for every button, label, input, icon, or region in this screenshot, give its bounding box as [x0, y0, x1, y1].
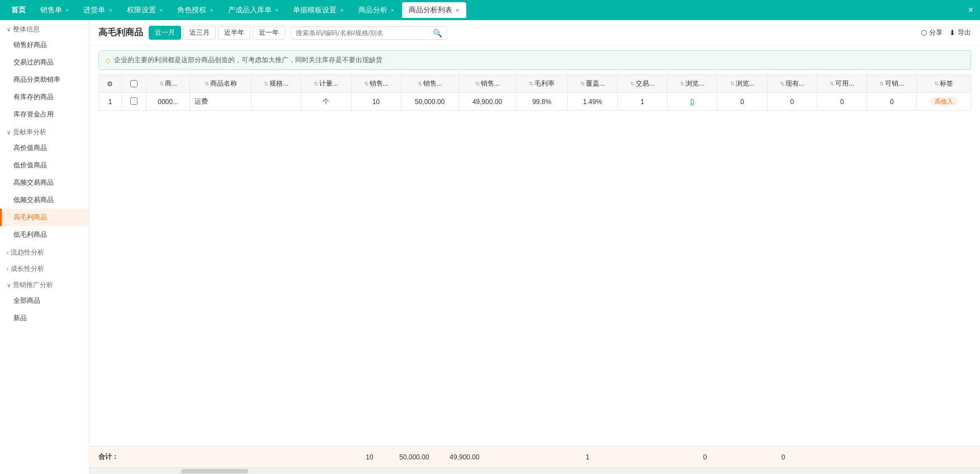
sidebar-item-stock-capital[interactable]: 库存资金占用: [0, 106, 89, 123]
sidebar-item-high-freq[interactable]: 高频交易商品: [0, 174, 89, 191]
col-label-unit: 计量...: [319, 79, 338, 88]
sidebar-item-all-products[interactable]: 全部商品: [0, 292, 89, 309]
date-filter-group: 近一月近三月近半年近一年: [149, 26, 285, 40]
sidebar-item-low-freq[interactable]: 低频交易商品: [0, 191, 89, 209]
sidebar-item-high-value[interactable]: 高价值商品: [0, 139, 89, 157]
content-area: 高毛利商品 近一月近三月近半年近一年 🔍 ⬡ 分享 ⬇ 导出 ◇ 企业的主要的利…: [89, 20, 980, 474]
view-link[interactable]: 0: [690, 98, 694, 106]
nav-tab-close[interactable]: ×: [391, 7, 394, 13]
cell-spec: [252, 93, 301, 111]
nav-tab-product-analysis[interactable]: 商品分析×: [352, 2, 401, 18]
sidebar-item-traded[interactable]: 交易过的商品: [0, 54, 89, 71]
nav-tab-close[interactable]: ×: [210, 7, 213, 13]
nav-tab-role-permission[interactable]: 角色授权×: [171, 2, 220, 18]
col-header-sale-amt[interactable]: ⇅ 销售...: [401, 75, 458, 93]
nav-tab-product-entry[interactable]: 产成品入库单×: [221, 2, 285, 18]
share-button[interactable]: ⬡ 分享: [921, 28, 943, 37]
sidebar-group-label: 成长性分析: [11, 264, 44, 274]
col-header-view1[interactable]: ⇅ 浏览...: [667, 75, 717, 93]
data-table-container: ⚙⇅ 商...⇅ 商品名称⇅ 规格...⇅ 计量...⇅ 销售...⇅ 销售..…: [89, 74, 980, 446]
info-icon: ◇: [106, 57, 111, 64]
date-filter-btn-0[interactable]: 近一月: [149, 26, 181, 40]
sidebar: « ∨整体信息销售好商品交易过的商品商品分类助销率有库存的商品库存资金占用∨贡献…: [0, 20, 89, 474]
col-header-tag[interactable]: ⇅ 标签: [917, 75, 971, 93]
col-header-view2[interactable]: ⇅ 浏览...: [717, 75, 767, 93]
col-header-check[interactable]: [121, 75, 146, 93]
nav-tab-close[interactable]: ×: [65, 7, 69, 13]
sort-icon: ⇅: [879, 81, 884, 87]
nav-tab-permission-settings[interactable]: 权限设置×: [120, 2, 169, 18]
search-input[interactable]: [296, 29, 430, 37]
nav-tab-close[interactable]: ×: [340, 7, 343, 13]
settings-icon[interactable]: ⚙: [107, 80, 113, 88]
arrow-icon: ∨: [7, 26, 11, 32]
sort-icon: ⇅: [780, 81, 784, 87]
footer-sale-amt: 50,000.00: [389, 453, 439, 461]
col-label-view1: 浏览...: [685, 79, 704, 88]
scroll-thumb[interactable]: [181, 469, 248, 473]
nav-tab-close[interactable]: ×: [159, 7, 163, 13]
nav-tab-label: 单据模板设置: [293, 5, 337, 15]
sidebar-item-low-margin[interactable]: 低毛利商品: [0, 226, 89, 243]
horizontal-scrollbar[interactable]: [89, 467, 980, 474]
sort-icon: ⇅: [264, 81, 268, 87]
col-label-code: 商...: [165, 79, 177, 88]
col-label-stock-now: 现有...: [785, 79, 804, 88]
search-icon: 🔍: [433, 29, 442, 37]
sidebar-item-new-products[interactable]: 新品: [0, 309, 89, 327]
date-filter-btn-1[interactable]: 近三月: [183, 26, 216, 40]
col-header-code[interactable]: ⇅ 商...: [146, 75, 190, 93]
date-filter-btn-3[interactable]: 近一年: [253, 26, 285, 40]
page-title: 高毛利商品: [98, 27, 143, 39]
header-actions: ⬡ 分享 ⬇ 导出: [921, 28, 971, 37]
sidebar-collapse-btn[interactable]: «: [89, 237, 89, 257]
nav-tab-close[interactable]: ×: [275, 7, 278, 13]
table-body: 10000...运费个1050,000.0049,900.0099.8%1.49…: [99, 93, 971, 111]
col-label-cover: 覆盖...: [586, 79, 605, 88]
sidebar-group-profit-analysis[interactable]: ∨贡献率分析: [0, 123, 89, 139]
col-header-num[interactable]: ⚙: [99, 75, 122, 93]
col-header-name[interactable]: ⇅ 商品名称: [190, 75, 252, 93]
sort-icon: ⇅: [934, 81, 939, 87]
arrow-icon: ›: [7, 250, 8, 256]
content-header: 高毛利商品 近一月近三月近半年近一年 🔍 ⬡ 分享 ⬇ 导出: [89, 20, 980, 46]
sidebar-group-growth-analysis[interactable]: ›成长性分析: [0, 260, 89, 276]
date-filter-btn-2[interactable]: 近半年: [218, 26, 250, 40]
sidebar-group-trend-analysis[interactable]: ›流趋性分析: [0, 243, 89, 260]
nav-tab-label: 产成品入库单: [228, 5, 272, 15]
sidebar-item-high-margin[interactable]: 高毛利商品: [0, 209, 89, 226]
select-all-checkbox[interactable]: [130, 80, 138, 87]
col-header-spec[interactable]: ⇅ 规格...: [252, 75, 301, 93]
nav-tab-home[interactable]: 首页: [4, 2, 32, 18]
nav-close-all[interactable]: ×: [966, 3, 976, 17]
sidebar-item-product-assist-rate[interactable]: 商品分类助销率: [0, 71, 89, 88]
nav-tab-product-analysis-list[interactable]: 商品分析列表×: [402, 2, 466, 18]
col-header-sale-qty[interactable]: ⇅ 销售...: [351, 75, 401, 93]
sidebar-item-hot-selling[interactable]: 销售好商品: [0, 36, 89, 54]
nav-tab-close[interactable]: ×: [456, 7, 459, 13]
col-header-stock-sell[interactable]: ⇅ 可销...: [867, 75, 917, 93]
nav-tab-purchase-order[interactable]: 进货单×: [77, 2, 119, 18]
nav-tab-label: 销售单: [40, 5, 62, 15]
arrow-icon: ›: [7, 266, 8, 272]
sort-icon: ⇅: [680, 81, 684, 87]
col-header-sale-profit[interactable]: ⇅ 销售...: [458, 75, 516, 93]
cell-unit: 个: [301, 93, 351, 111]
export-button[interactable]: ⬇ 导出: [949, 28, 971, 37]
sort-icon: ⇅: [630, 81, 635, 87]
sidebar-group-marketing-analysis[interactable]: ∨营销推广分析: [0, 276, 89, 292]
table-row: 10000...运费个1050,000.0049,900.0099.8%1.49…: [99, 93, 971, 111]
sidebar-group-overall-info[interactable]: ∨整体信息: [0, 20, 89, 36]
nav-tab-close[interactable]: ×: [108, 7, 112, 13]
col-header-gross-rate[interactable]: ⇅ 毛利率: [516, 75, 567, 93]
col-header-stock-avail[interactable]: ⇅ 可用...: [817, 75, 867, 93]
nav-tab-sales-order[interactable]: 销售单×: [34, 2, 75, 18]
col-header-trade[interactable]: ⇅ 交易...: [617, 75, 667, 93]
sidebar-item-in-stock[interactable]: 有库存的商品: [0, 88, 89, 106]
col-header-cover[interactable]: ⇅ 覆盖...: [567, 75, 617, 93]
sidebar-item-low-value[interactable]: 低价值商品: [0, 157, 89, 174]
nav-tab-order-template[interactable]: 单据模板设置×: [286, 2, 350, 18]
col-header-unit[interactable]: ⇅ 计量...: [301, 75, 351, 93]
col-header-stock-now[interactable]: ⇅ 现有...: [767, 75, 817, 93]
row-checkbox[interactable]: [130, 97, 138, 105]
